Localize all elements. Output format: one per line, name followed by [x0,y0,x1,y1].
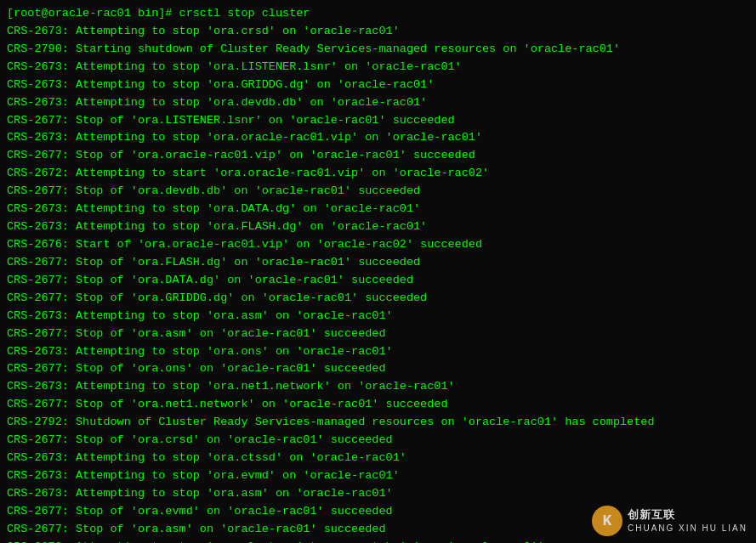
watermark-text: 创新互联 CHUANG XIN HU LIAN [628,508,747,534]
terminal-line: CRS-2673: Attempting to stop 'ora.ons' o… [7,343,749,361]
terminal-line: CRS-2677: Stop of 'ora.ons' on 'oracle-r… [7,360,749,378]
terminal-line: CRS-2677: Stop of 'ora.devdb.db' on 'ora… [7,183,749,201]
terminal-line: CRS-2673: Attempting to stop 'ora.asm' o… [7,485,749,503]
terminal-line: CRS-2673: Attempting to stop 'ora.DATA.d… [7,201,749,218]
terminal-line: CRS-2673: Attempting to stop 'ora.GRIDDG… [7,76,749,94]
terminal-line: CRS-2673: Attempting to stop 'ora.devdb.… [7,94,749,112]
watermark-icon: K [592,506,622,536]
terminal-line: CRS-2677: Stop of 'ora.DATA.dg' on 'orac… [7,272,749,290]
terminal-window: [root@oracle-rac01 bin]# crsctl stop clu… [0,0,756,543]
terminal-line: CRS-2673: Attempting to stop 'ora.LISTEN… [7,59,749,76]
terminal-line: CRS-2792: Shutdown of Cluster Ready Serv… [7,414,749,432]
terminal-line: CRS-2677: Stop of 'ora.net1.network' on … [7,396,749,414]
terminal-line: CRS-2673: Attempting to stop 'ora.oracle… [7,129,749,147]
terminal-line: CRS-2673: Attempting to stop 'ora.crsd' … [7,23,749,41]
watermark: K 创新互联 CHUANG XIN HU LIAN [592,506,747,536]
terminal-line: CRS-2673: Attempting to stop 'ora.evmd' … [7,467,749,485]
terminal-line: [root@oracle-rac01 bin]# crsctl stop clu… [7,5,749,23]
terminal-line: CRS-2790: Starting shutdown of Cluster R… [7,41,749,59]
terminal-line: CRS-2677: Stop of 'ora.FLASH.dg' on 'ora… [7,254,749,272]
terminal-line: CRS-2677: Stop of 'ora.LISTENER.lsnr' on… [7,112,749,130]
watermark-line1: 创新互联 [628,508,747,523]
terminal-line: CRS-2673: Attempting to stop 'ora.FLASH.… [7,218,749,236]
terminal-line: CRS-2677: Stop of 'ora.oracle-rac01.vip'… [7,147,749,165]
terminal-line: CRS-2673: Attempting to stop 'ora.net1.n… [7,378,749,396]
terminal-line: CRS-2673: Attempting to stop 'ora.asm' o… [7,308,749,325]
terminal-line: CRS-2677: Stop of 'ora.asm' on 'oracle-r… [7,325,749,343]
watermark-line2: CHUANG XIN HU LIAN [628,523,747,534]
terminal-line: CRS-2677: Stop of 'ora.crsd' on 'oracle-… [7,432,749,450]
terminal-line: CRS-2677: Stop of 'ora.GRIDDG.dg' on 'or… [7,290,749,308]
terminal-line: CRS-2673: Attempting to stop 'ora.cluste… [7,539,749,543]
terminal-line: CRS-2673: Attempting to stop 'ora.ctssd'… [7,450,749,467]
terminal-line: CRS-2672: Attempting to start 'ora.oracl… [7,165,749,183]
terminal-line: CRS-2676: Start of 'ora.oracle-rac01.vip… [7,236,749,254]
